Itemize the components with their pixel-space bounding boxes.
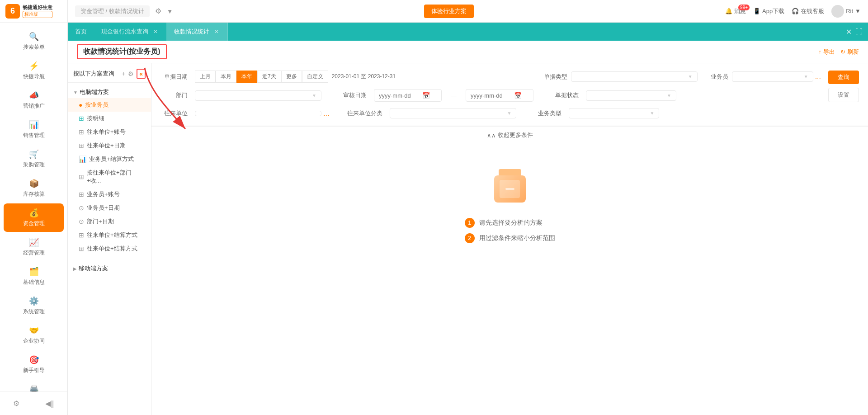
sidebar-nav: 🔍 搜索菜单 ⚡ 快捷导航 📣 营销推广 📊 销售管理 🛒 采购管理 📦 — [0, 23, 67, 391]
tree-item-label: 按明细 — [87, 114, 104, 123]
sidebar-item-guide[interactable]: 🎯 新手引导 — [4, 350, 64, 379]
review-date-start-input[interactable]: 📅 — [374, 89, 442, 102]
panel-add-btn[interactable]: + — [122, 70, 125, 77]
tab-collection[interactable]: 收款情况统计 ✕ — [167, 23, 228, 41]
dept-select[interactable]: ▼ — [195, 90, 321, 101]
voucher-type-arrow-icon: ▼ — [688, 74, 693, 79]
calendar-start-icon[interactable]: 📅 — [422, 92, 430, 99]
desktop-section-header[interactable]: ▼ 电脑端方案 — [68, 86, 151, 98]
app-name: 畅捷通好生意 — [23, 4, 52, 11]
right-panel: 单据日期 上月 本月 本年 近7天 更多 自定义 2023-01-01 至 20… — [151, 63, 868, 415]
calendar-end-icon[interactable]: 📅 — [514, 92, 522, 99]
empty-steps: 1 请先选择要分析的方案 2 用过滤条件来缩小分析范围 — [465, 218, 555, 243]
tab-cash-flow[interactable]: 现金银行流水查询 ✕ — [94, 23, 167, 41]
lightning-icon: ⚡ — [29, 61, 39, 71]
biz-type-label: 业务类型 — [534, 109, 561, 118]
sidebar-item-system[interactable]: ⚙️ 系统管理 — [4, 292, 64, 320]
sidebar-item-base[interactable]: 🗂️ 基础信息 — [4, 262, 64, 291]
collapse-bar[interactable]: ∧∧ 收起更多条件 — [151, 126, 868, 144]
tab-spacer — [228, 23, 840, 41]
date-btn-this-month[interactable]: 本月 — [216, 71, 236, 83]
tree-item-unit-date[interactable]: ⊞ 往来单位+日期 — [68, 139, 151, 152]
sidebar-item-operation[interactable]: 📈 经营管理 — [4, 233, 64, 261]
printer-icon: 🖨️ — [29, 384, 39, 391]
salesperson-select[interactable]: ▼ — [732, 71, 813, 82]
header-settings-icon[interactable]: ⚙ — [155, 7, 161, 15]
tab-collection-close[interactable]: ✕ — [213, 28, 220, 35]
voucher-type-select[interactable]: ▼ — [571, 71, 698, 82]
sidebar-item-label: 营销推广 — [23, 102, 45, 110]
left-panel-header: 按以下方案查询 + ⚙ « — [68, 63, 151, 83]
tree-item-label: 往来单位+账号 — [87, 128, 126, 136]
sidebar-settings-btn[interactable]: ⚙ — [11, 397, 21, 410]
sidebar-item-search[interactable]: 🔍 搜索菜单 — [4, 27, 64, 56]
handshake-icon: 🤝 — [29, 325, 39, 335]
sidebar-item-enterprise[interactable]: 🤝 企业协同 — [4, 321, 64, 349]
review-date-start-field[interactable] — [379, 92, 420, 99]
date-label: 单据日期 — [160, 73, 188, 81]
date-btn-last-month[interactable]: 上月 — [195, 71, 216, 83]
tree-item-salesperson-date[interactable]: ⊙ 业务员+日期 — [68, 201, 151, 215]
tree-item-unit-settle2[interactable]: ⊞ 往来单位+结算方式 — [68, 242, 151, 255]
sidebar-item-marketing[interactable]: 📣 营销推广 — [4, 86, 64, 114]
panel-collapse-btn[interactable]: « — [137, 69, 146, 79]
breadcrumb: 资金管理 / 收款情况统计 — [75, 5, 150, 17]
sidebar-item-quicknav[interactable]: ⚡ 快捷导航 — [4, 57, 64, 85]
tree-item-label: 业务员+结算方式 — [89, 155, 134, 163]
query-button[interactable]: 查询 — [828, 71, 859, 84]
notifications-btn[interactable]: 🔔 消息 99+ — [725, 7, 746, 15]
tree-item-unit-settle1[interactable]: ⊞ 往来单位+结算方式 — [68, 228, 151, 242]
header-left: 资金管理 / 收款情况统计 ⚙ ▼ — [75, 5, 173, 17]
date-btn-more[interactable]: 更多 — [281, 71, 302, 83]
sidebar-item-inventory[interactable]: 📦 库存核算 — [4, 174, 64, 203]
app-download-btn[interactable]: 📱 App下载 — [753, 7, 784, 15]
sidebar-item-label: 基础信息 — [23, 278, 45, 286]
mobile-section-header[interactable]: ▶ 移动端方案 — [68, 263, 151, 274]
export-btn[interactable]: ↑ 导出 — [819, 48, 835, 56]
biz-type-select[interactable]: ▼ — [569, 108, 659, 118]
refresh-btn[interactable]: ↻ 刷新 — [840, 48, 859, 56]
panel-settings-btn[interactable]: ⚙ — [128, 70, 134, 77]
unit-category-select[interactable]: ▼ — [390, 108, 516, 118]
maximize-window-icon[interactable]: ⛶ — [855, 28, 863, 36]
unit-more-btn[interactable]: ... — [323, 109, 329, 118]
sidebar-item-hardware[interactable]: 🖨️ 智能硬件 — [4, 380, 64, 391]
sidebar-item-sales[interactable]: 📊 销售管理 — [4, 115, 64, 144]
online-service-btn[interactable]: 🎧 在线客服 — [792, 7, 824, 15]
review-date-end-input[interactable]: 📅 — [466, 89, 533, 102]
sidebar-item-label: 库存核算 — [23, 190, 45, 198]
date-btn-group: 上月 本月 本年 近7天 更多 自定义 2023-01-01 至 2023-12… — [195, 71, 396, 83]
tree-item-unit-dept-collect[interactable]: ⊞ 按往来单位+部门+收... — [68, 166, 151, 188]
page-title-box: 收款情况统计(按业务员) — [77, 44, 167, 59]
settings-button[interactable]: 设置 — [828, 88, 859, 102]
tree-item-salesperson-settle[interactable]: 📊 业务员+结算方式 — [68, 152, 151, 166]
date-btn-7days[interactable]: 近7天 — [257, 71, 281, 83]
salesperson-more-btn[interactable]: ... — [815, 73, 821, 81]
tab-home[interactable]: 首页 — [68, 23, 94, 41]
user-menu[interactable]: Rit ▼ — [831, 5, 861, 18]
review-date-end-field[interactable] — [471, 92, 511, 99]
tab-cash-flow-close[interactable]: ✕ — [152, 28, 159, 35]
tree-item-label: 往来单位+结算方式 — [87, 245, 137, 253]
voucher-status-select[interactable]: ▼ — [586, 90, 676, 101]
sidebar: 6 畅捷通好生意 标准版 🔍 搜索菜单 ⚡ 快捷导航 📣 营销推广 📊 销 — [0, 0, 68, 415]
window-controls: ✕ ⛶ — [840, 23, 868, 41]
unit-select[interactable] — [195, 111, 321, 116]
tree-item-detail[interactable]: ⊞ 按明细 — [68, 112, 151, 125]
voucher-type-label: 单据类型 — [540, 73, 567, 81]
date-btn-this-year[interactable]: 本年 — [236, 71, 257, 83]
tree-item-dept-date[interactable]: ⊙ 部门+日期 — [68, 215, 151, 228]
sidebar-item-finance[interactable]: 💰 资金管理 — [4, 203, 64, 232]
tree-item-salesperson[interactable]: ● 按业务员 — [68, 98, 151, 112]
tree-item-unit-account[interactable]: ⊞ 往来单位+账号 — [68, 125, 151, 139]
header-dropdown-icon[interactable]: ▼ — [167, 8, 173, 15]
sidebar-item-purchase[interactable]: 🛒 采购管理 — [4, 145, 64, 173]
tree-item-label: 部门+日期 — [87, 217, 114, 226]
header-center: 体验行业方案 — [424, 5, 474, 18]
app-edition: 标准版 — [23, 11, 52, 18]
trial-button[interactable]: 体验行业方案 — [424, 5, 474, 18]
close-window-icon[interactable]: ✕ — [846, 28, 852, 36]
tree-item-salesperson-account[interactable]: ⊞ 业务员+账号 — [68, 188, 151, 201]
date-btn-custom[interactable]: 自定义 — [302, 71, 328, 83]
sidebar-collapse-btn[interactable]: ◀‖ — [43, 397, 56, 410]
